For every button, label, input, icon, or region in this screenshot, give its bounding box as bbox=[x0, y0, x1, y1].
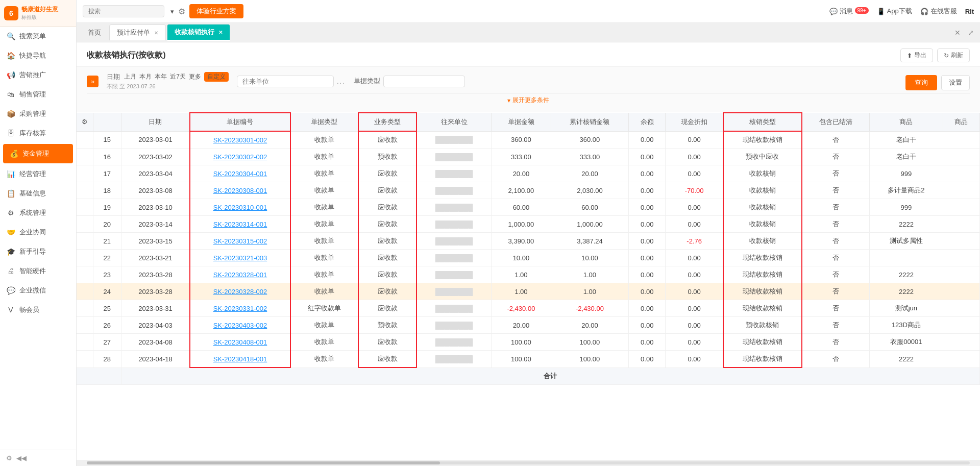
cell-bill-no: SK-20230302-002 bbox=[190, 149, 290, 165]
filter-this-year[interactable]: 本年 bbox=[155, 72, 167, 81]
table-row[interactable]: 21 2023-03-15 SK-20230315-002 收款单 应收款 ██… bbox=[77, 233, 980, 250]
tab-prepay-close[interactable]: ✕ bbox=[154, 30, 158, 36]
cell-partner: ████████ bbox=[416, 131, 491, 149]
online-service-link[interactable]: 🎧 在线客服 bbox=[920, 7, 957, 16]
sidebar-item-finance[interactable]: 💰 资金管理 bbox=[3, 144, 73, 163]
table-row[interactable]: 15 2023-03-01 SK-20230301-002 收款单 应收款 ██… bbox=[77, 131, 980, 149]
bill-no-link[interactable]: SK-20230308-001 bbox=[213, 187, 267, 194]
filter-custom[interactable]: 自定义 bbox=[204, 72, 229, 82]
bill-no-link[interactable]: SK-20230403-002 bbox=[213, 322, 267, 329]
table-wrapper[interactable]: ⚙ 日期 单据编号 单据类型 业务类型 往来单位 单据金额 累计核销金额 余额 … bbox=[77, 112, 980, 460]
tab-close-all[interactable]: ✕ bbox=[950, 27, 965, 39]
cell-no: 28 bbox=[93, 351, 121, 368]
cell-balance: 0.00 bbox=[629, 131, 666, 149]
setting-button[interactable]: 设置 bbox=[941, 75, 970, 90]
bill-no-link[interactable]: SK-20230301-002 bbox=[213, 136, 267, 144]
cell-verify-type: 收款核销 bbox=[723, 233, 802, 250]
cell-verify-type: 预收中应收 bbox=[723, 149, 802, 165]
collapse-icon[interactable]: ◀◀ bbox=[16, 454, 27, 462]
filter-7days[interactable]: 近7天 bbox=[170, 72, 186, 81]
sidebar-item-purchase[interactable]: 📦 采购管理 bbox=[0, 104, 76, 124]
cell-date: 2023-03-08 bbox=[121, 182, 190, 199]
table-row[interactable]: 27 2023-04-08 SK-20230408-001 收款单 应收款 ██… bbox=[77, 334, 980, 351]
sidebar-item-marketing[interactable]: 📢 营销推广 bbox=[0, 65, 76, 85]
tab-receipt-close[interactable]: ✕ bbox=[218, 30, 223, 35]
sidebar-item-sales[interactable]: 🛍 销售管理 bbox=[0, 85, 76, 104]
cell-no: 20 bbox=[93, 216, 121, 233]
solution-button[interactable]: 体验行业方案 bbox=[189, 4, 243, 18]
cell-date: 2023-03-01 bbox=[121, 131, 190, 149]
expand-conditions-button[interactable]: ▾ 展开更多条件 bbox=[507, 96, 549, 105]
sidebar-item-member[interactable]: V 畅会员 bbox=[0, 300, 76, 320]
table-row[interactable]: 26 2023-04-03 SK-20230403-002 收款单 预收款 ██… bbox=[77, 317, 980, 334]
bill-no-link[interactable]: SK-20230408-001 bbox=[213, 338, 267, 346]
table-row[interactable]: 23 2023-03-28 SK-20230328-001 收款单 应收款 ██… bbox=[77, 266, 980, 283]
cell-balance: 0.00 bbox=[629, 266, 666, 283]
table-row[interactable]: 16 2023-03-02 SK-20230302-002 收款单 预收款 ██… bbox=[77, 149, 980, 165]
table-row[interactable]: 17 2023-03-04 SK-20230304-001 收款单 应收款 ██… bbox=[77, 165, 980, 182]
table-row[interactable]: 25 2023-03-31 SK-20230331-002 红字收款单 应收款 … bbox=[77, 300, 980, 317]
sidebar-item-system[interactable]: ⚙ 系统管理 bbox=[0, 203, 76, 223]
refresh-button[interactable]: ↻ 刷新 bbox=[937, 48, 970, 62]
sidebar-item-operation[interactable]: 📊 经营管理 bbox=[0, 164, 76, 184]
gear-col-icon[interactable]: ⚙ bbox=[82, 118, 88, 126]
table-scrollbar[interactable] bbox=[77, 460, 980, 466]
table-row[interactable]: 24 2023-03-28 SK-20230328-002 收款单 应收款 ██… bbox=[77, 283, 980, 300]
bill-no-link[interactable]: SK-20230310-001 bbox=[213, 204, 267, 211]
topbar-dropdown[interactable]: ▾ bbox=[168, 8, 174, 15]
bill-no-link[interactable]: SK-20230331-002 bbox=[213, 305, 267, 312]
bill-no-link[interactable]: SK-20230304-001 bbox=[213, 170, 267, 178]
app-download-link[interactable]: 📱 App下载 bbox=[877, 7, 912, 16]
sidebar-item-basic[interactable]: 📋 基础信息 bbox=[0, 184, 76, 203]
sidebar-item-wechat[interactable]: 💬 企业微信 bbox=[0, 281, 76, 300]
filter-more[interactable]: 更多 bbox=[189, 72, 201, 81]
search-input[interactable] bbox=[83, 5, 164, 17]
tab-prepay[interactable]: 预计应付单 ✕ bbox=[109, 24, 166, 40]
filter-last-month[interactable]: 上月 bbox=[124, 72, 136, 81]
table-row[interactable]: 22 2023-03-21 SK-20230321-003 收款单 应收款 ██… bbox=[77, 250, 980, 266]
cell-goods: 测试多属性 bbox=[870, 233, 943, 250]
topbar-gear-icon[interactable]: ⚙ bbox=[178, 7, 185, 16]
cell-date: 2023-04-18 bbox=[121, 351, 190, 368]
bill-no-link[interactable]: SK-20230328-002 bbox=[213, 288, 267, 296]
cell-bill-type: 收款单 bbox=[290, 182, 359, 199]
table-row[interactable]: 19 2023-03-10 SK-20230310-001 收款单 应收款 ██… bbox=[77, 199, 980, 216]
cell-bill-type: 收款单 bbox=[290, 216, 359, 233]
sidebar-item-hardware[interactable]: 🖨 智能硬件 bbox=[0, 261, 76, 281]
export-button[interactable]: ⬆ 导出 bbox=[900, 48, 933, 62]
filter-type-select[interactable] bbox=[383, 76, 465, 87]
tab-home[interactable]: 首页 bbox=[81, 25, 108, 40]
tab-maximize-icon[interactable]: ⤢ bbox=[966, 27, 976, 39]
table-row[interactable]: 18 2023-03-08 SK-20230308-001 收款单 应收款 ██… bbox=[77, 182, 980, 199]
bill-no-link[interactable]: SK-20230302-002 bbox=[213, 153, 267, 161]
scrollbar-thumb[interactable] bbox=[87, 461, 440, 464]
filter-toggle-button[interactable]: » bbox=[87, 76, 99, 87]
table-row[interactable]: 20 2023-03-14 SK-20230314-001 收款单 应收款 ██… bbox=[77, 216, 980, 233]
settings-footer-icon[interactable]: ⚙ bbox=[6, 454, 12, 462]
sidebar-item-enterprise[interactable]: 🤝 企业协同 bbox=[0, 223, 76, 242]
bill-no-link[interactable]: SK-20230314-001 bbox=[213, 220, 267, 228]
sidebar: 6 畅康道好生意 标推版 🔍 搜索菜单 🏠 快捷导航 📢 营销推广 🛍 销售管理… bbox=[0, 0, 77, 466]
sidebar-item-guide[interactable]: 🎓 新手引导 bbox=[0, 242, 76, 261]
cell-verify-type: 现结收款核销 bbox=[723, 351, 802, 368]
col-header-settings[interactable]: ⚙ bbox=[77, 113, 93, 131]
user-name[interactable]: Rit bbox=[965, 8, 974, 15]
sidebar-item-inventory[interactable]: 🗄 库存核算 bbox=[0, 124, 76, 143]
export-icon: ⬆ bbox=[907, 52, 912, 59]
bill-no-link[interactable]: SK-20230328-001 bbox=[213, 271, 267, 279]
filter-this-month[interactable]: 本月 bbox=[139, 72, 152, 81]
bill-no-link[interactable]: SK-20230315-002 bbox=[213, 237, 267, 245]
sidebar-item-shortcut[interactable]: 🏠 快捷导航 bbox=[0, 46, 76, 65]
message-area[interactable]: 💬 消息 99+ bbox=[829, 7, 869, 16]
query-button[interactable]: 查询 bbox=[905, 75, 937, 90]
cell-settings bbox=[77, 182, 93, 199]
bill-no-link[interactable]: SK-20230321-003 bbox=[213, 254, 267, 262]
cell-no: 16 bbox=[93, 149, 121, 165]
tab-receipt-verify[interactable]: 收款核销执行 ✕ bbox=[167, 24, 230, 41]
filter-unit-input[interactable] bbox=[237, 76, 334, 87]
member-icon: V bbox=[6, 306, 15, 314]
cell-goods: 2222 bbox=[870, 266, 943, 283]
bill-no-link[interactable]: SK-20230418-001 bbox=[213, 355, 267, 363]
sidebar-item-search[interactable]: 🔍 搜索菜单 bbox=[0, 27, 76, 46]
table-row[interactable]: 28 2023-04-18 SK-20230418-001 收款单 应收款 ██… bbox=[77, 351, 980, 368]
